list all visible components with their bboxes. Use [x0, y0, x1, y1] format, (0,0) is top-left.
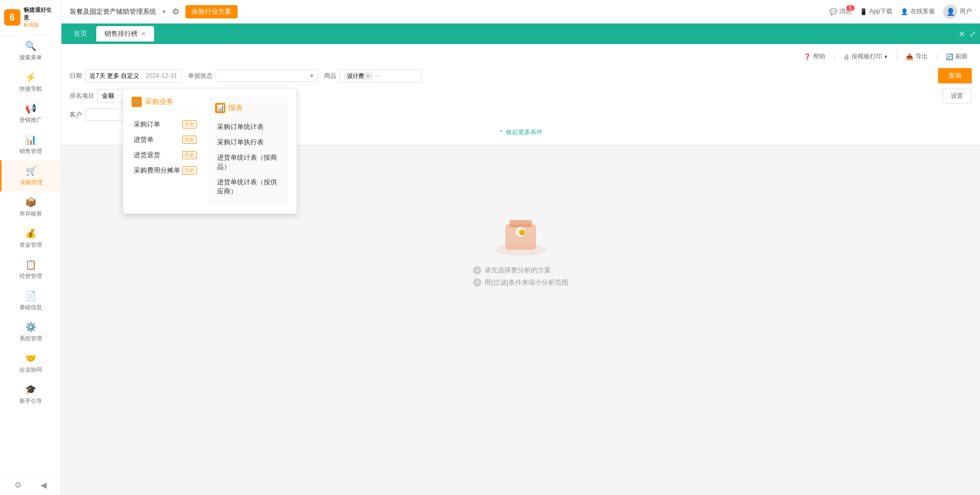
message-btn[interactable]: 💬 消息 5	[829, 7, 851, 16]
sales-icon: 📊	[25, 134, 36, 145]
sidebar-item-marketing[interactable]: 📢 营销推广	[0, 98, 61, 129]
print-btn[interactable]: 🖨 按模板打印 ▾	[839, 50, 891, 63]
collapse-btn[interactable]: ⌃ 收起更多条件	[499, 128, 543, 137]
tab-home-label: 首页	[74, 29, 87, 38]
customer-label: 客户	[70, 111, 82, 119]
product-field: 商品 设计费 ✕ ···	[324, 69, 421, 83]
content-area: ❓ 帮助 | 🖨 按模板打印 ▾ | 📤 导出 | 🔄 刷新	[61, 44, 980, 495]
product-input[interactable]: 设计费 ✕ ···	[339, 69, 421, 83]
inventory-icon: 📦	[25, 197, 36, 208]
report-section: 📊 报表 采购订单统计表 采购订单执行表 进货单统计表（按商品） 进货单统计表（…	[209, 97, 288, 205]
operations-icon: 📋	[25, 259, 36, 270]
main-content: 装餐及固定资产辅助管理系统 ▾ ⚙ 体验行业方案 💬 消息 5 📱 App下载 …	[61, 0, 980, 495]
tab-close-icon[interactable]: ✕	[141, 30, 146, 37]
date-label: 日期	[70, 72, 82, 80]
sidebar-item-enterprise[interactable]: 🤝 企业协同	[0, 348, 61, 379]
sidebar-item-newbie[interactable]: 🎓 新手引导	[0, 379, 61, 410]
status-field: 单据状态 ▾	[188, 70, 318, 82]
sidebar-item-inventory[interactable]: 📦 库存核算	[0, 191, 61, 223]
window-maximize-btn[interactable]: ⤢	[969, 29, 976, 39]
export-btn[interactable]: 📤 导出	[902, 50, 932, 63]
help-btn[interactable]: ❓ 帮助	[799, 50, 829, 63]
online-service-btn[interactable]: 👤 在线客服	[901, 7, 935, 16]
query-button[interactable]: 查询	[938, 68, 972, 83]
system-title: 装餐及固定资产辅助管理系统	[70, 7, 156, 16]
purchase-order-badge: 历史	[182, 120, 197, 128]
menu-item-purchase-order[interactable]: 采购订单 历史	[132, 117, 199, 132]
product-tag-close[interactable]: ✕	[366, 73, 370, 79]
basic-icon: 📄	[25, 290, 36, 302]
collapse-sidebar-btn[interactable]: ◀	[40, 480, 47, 490]
message-badge: 5	[846, 5, 855, 11]
search-icon: 🔍	[25, 40, 36, 52]
help-icon: ❓	[803, 53, 811, 60]
menu-item-purchase-order-stat[interactable]: 采购订单统计表	[215, 119, 282, 135]
svg-rect-2	[509, 220, 532, 227]
status-select[interactable]: ▾	[216, 70, 318, 82]
report-section-icon: 📊	[215, 103, 225, 113]
sidebar-nav: 🔍 搜索菜单 ⚡ 快捷导航 📢 营销推广 📊 销售管理 🛒 采购管理 📦 库存核…	[0, 35, 61, 475]
date-input[interactable]: 近7天 更多 自定义 2024-12-31	[85, 69, 182, 83]
print-arrow: ▾	[884, 53, 887, 60]
user-menu[interactable]: 👤 用户	[943, 5, 972, 19]
app-download-btn[interactable]: 📱 App下载	[860, 7, 892, 16]
sidebar-item-quick[interactable]: ⚡ 快捷导航	[0, 67, 61, 98]
menu-item-return[interactable]: 进货退货 历史	[132, 147, 199, 163]
service-icon: 👤	[901, 8, 908, 15]
menu-item-expense[interactable]: 采购费用分摊单 历史	[132, 163, 199, 178]
hint-1: ① 请先选择要分析的方案	[473, 266, 551, 275]
return-badge: 历史	[182, 151, 197, 159]
message-icon: 💬	[829, 8, 837, 15]
product-more[interactable]: ···	[375, 72, 380, 79]
purchase-section: 🛒 采购业务 采购订单 历史 进货单 历史 进货退货 历史 采购费用分摊单	[132, 97, 199, 205]
tab-sales-rank[interactable]: 销售排行榜 ✕	[96, 26, 154, 41]
product-tag: 设计费 ✕	[344, 72, 373, 80]
app-label: App下载	[869, 7, 892, 16]
sidebar-item-system[interactable]: ⚙️ 系统管理	[0, 316, 61, 348]
refresh-icon: 🔄	[946, 53, 953, 60]
industry-btn[interactable]: 体验行业方案	[185, 5, 238, 18]
logo: 6 畅捷通好生意 标准版	[0, 0, 61, 35]
sidebar-item-search[interactable]: 🔍 搜索菜单	[0, 35, 61, 67]
status-label: 单据状态	[188, 72, 212, 80]
empty-svg: 😐	[490, 209, 551, 260]
menu-item-purchase-order-exec[interactable]: 采购订单执行表	[215, 135, 282, 150]
hint-2: ② 用[过滤]条件来缩小分析范围	[473, 278, 568, 287]
refresh-btn[interactable]: 🔄 刷新	[942, 50, 972, 63]
search-row-1: 日期 近7天 更多 自定义 2024-12-31 单据状态 ▾ 商品	[70, 68, 972, 83]
set-button[interactable]: 设置	[942, 89, 972, 103]
menu-item-inbound-stat-product[interactable]: 进货单统计表（按商品）	[215, 150, 282, 175]
status-arrow: ▾	[310, 72, 313, 79]
sidebar-item-funds[interactable]: 💰 资金管理	[0, 223, 61, 254]
top-header: 装餐及固定资产辅助管理系统 ▾ ⚙ 体验行业方案 💬 消息 5 📱 App下载 …	[61, 0, 980, 24]
hint-icon-1: ①	[473, 266, 481, 274]
sidebar-item-operations[interactable]: 📋 经营管理	[0, 254, 61, 285]
system-icon: ⚙️	[25, 321, 36, 333]
purchase-section-title: 🛒 采购业务	[132, 97, 199, 111]
system-dropdown-arrow[interactable]: ▾	[162, 8, 166, 15]
empty-illustration: 😐	[490, 209, 551, 262]
svg-text:😐: 😐	[518, 228, 526, 236]
sidebar-item-basic[interactable]: 📄 基础信息	[0, 285, 61, 316]
sidebar: 6 畅捷通好生意 标准版 🔍 搜索菜单 ⚡ 快捷导航 📢 营销推广 📊 销售管理…	[0, 0, 61, 495]
window-close-btn[interactable]: ✕	[958, 29, 965, 39]
settings-icon[interactable]: ⚙	[172, 7, 179, 16]
sidebar-item-purchase[interactable]: 🛒 采购管理	[0, 160, 61, 191]
tab-home[interactable]: 首页	[66, 26, 95, 41]
newbie-icon: 🎓	[25, 384, 36, 395]
expense-badge: 历史	[182, 166, 197, 175]
sidebar-item-sales[interactable]: 📊 销售管理	[0, 129, 61, 160]
tab-bar: 首页 销售排行榜 ✕ ✕ ⤢	[61, 24, 980, 44]
empty-hints: ① 请先选择要分析的方案 ② 用[过滤]条件来缩小分析范围	[473, 266, 568, 287]
purchase-dropdown-menu: 🛒 采购业务 采购订单 历史 进货单 历史 进货退货 历史 采购费用分摊单	[123, 88, 297, 214]
tab-sales-rank-label: 销售排行榜	[104, 29, 138, 38]
header-actions: 💬 消息 5 📱 App下载 👤 在线客服 👤 用户	[829, 5, 972, 19]
logo-icon: 6	[4, 9, 20, 26]
collapse-icon: ⌃	[499, 129, 504, 136]
user-label: 用户	[960, 7, 972, 16]
search-toolbar: ❓ 帮助 | 🖨 按模板打印 ▾ | 📤 导出 | 🔄 刷新	[70, 50, 972, 63]
purchase-icon: 🛒	[26, 165, 37, 177]
settings-bottom-btn[interactable]: ⚙	[14, 480, 22, 490]
menu-item-inbound-stat-supplier[interactable]: 进货单统计表（按供应商）	[215, 175, 282, 199]
menu-item-inbound[interactable]: 进货单 历史	[132, 132, 199, 147]
